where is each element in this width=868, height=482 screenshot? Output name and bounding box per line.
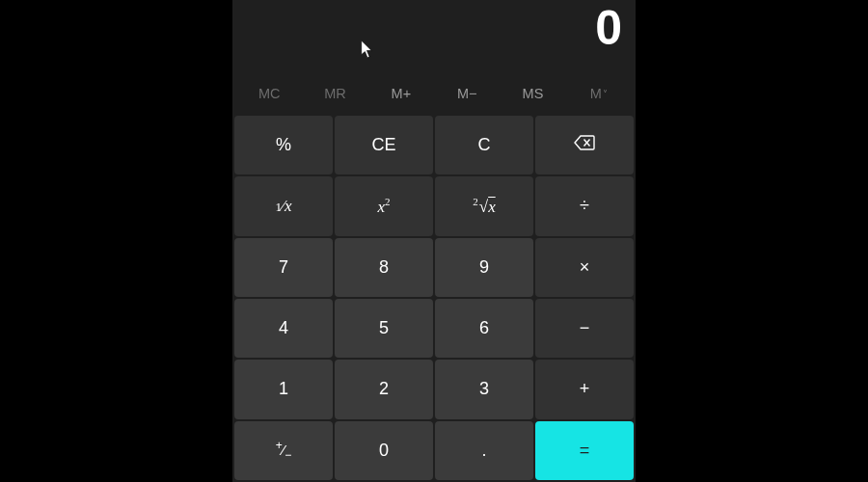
memory-subtract[interactable]: M− (434, 76, 500, 111)
plus-button[interactable]: + (535, 360, 634, 418)
digit-5[interactable]: 5 (335, 299, 433, 358)
minus-button[interactable]: − (535, 299, 634, 358)
clear-button[interactable]: C (435, 116, 533, 174)
digit-6[interactable]: 6 (435, 299, 533, 358)
backspace-button[interactable] (535, 116, 634, 174)
sqrt-button[interactable]: 2√x (435, 176, 533, 235)
digit-3[interactable]: 3 (435, 360, 533, 418)
memory-add[interactable]: M+ (368, 76, 434, 111)
display-value: 0 (595, 4, 622, 52)
decimal-button[interactable]: . (435, 421, 533, 480)
digit-0[interactable]: 0 (335, 421, 433, 480)
divide-button[interactable]: ÷ (535, 176, 634, 235)
square-button[interactable]: x2 (335, 176, 433, 235)
negate-button[interactable]: +⁄− (234, 421, 333, 480)
chevron-down-icon: ˅ (603, 89, 608, 99)
keypad: % CE C 1⁄x x2 2√x ÷ 7 8 9 × 4 5 (232, 114, 636, 482)
memory-clear: MC (236, 76, 302, 111)
digit-2[interactable]: 2 (335, 360, 433, 418)
digit-8[interactable]: 8 (335, 238, 433, 297)
reciprocal-button[interactable]: 1⁄x (234, 176, 333, 235)
backspace-icon (574, 135, 595, 155)
equals-button[interactable]: = (535, 421, 634, 480)
memory-store[interactable]: MS (500, 76, 565, 111)
memory-recall: MR (302, 76, 367, 111)
clear-entry-button[interactable]: CE (335, 116, 433, 174)
percent-button[interactable]: % (234, 116, 333, 174)
display-area: 0 (232, 0, 636, 73)
digit-7[interactable]: 7 (234, 238, 333, 297)
digit-4[interactable]: 4 (234, 299, 333, 358)
memory-row: MC MR M+ M− MS M˅ (232, 73, 636, 114)
digit-9[interactable]: 9 (435, 238, 533, 297)
calculator-window: 0 MC MR M+ M− MS M˅ % CE C 1⁄x (232, 0, 636, 482)
digit-1[interactable]: 1 (234, 360, 333, 418)
multiply-button[interactable]: × (535, 238, 634, 297)
memory-list: M˅ (566, 76, 632, 111)
